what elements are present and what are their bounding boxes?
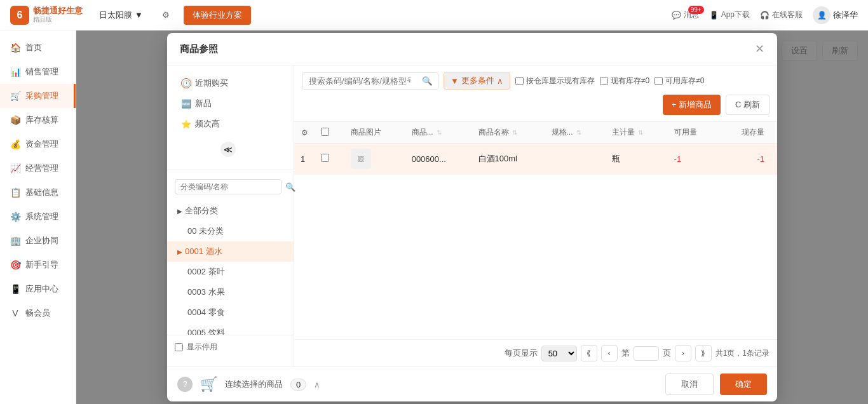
sidebar-item-home[interactable]: 🏠 首页 [0,36,76,60]
warehouse-checkbox[interactable] [515,77,524,85]
sort-icon-unit: ⇅ [638,129,643,136]
available-checkbox[interactable] [600,77,608,85]
sidebar-item-app-center[interactable]: 📱 应用中心 [0,277,76,301]
category-list: ▶ 全部分类 00 未分类 ▶ 0001 酒水 0002 茶 [167,198,294,335]
table-body: 1 🖼 000600... 白酒100ml [294,144,777,175]
confirm-button[interactable]: 确定 [720,374,767,395]
sidebar-label-inventory: 库存核算 [25,114,58,126]
help-icon-button[interactable]: ? [177,377,193,392]
sidebar-item-system[interactable]: ⚙️ 系统管理 [0,205,76,229]
col-unit[interactable]: 主计量 ⇅ [606,122,668,144]
cell-spec [545,144,606,175]
sort-icon-name: ⇅ [512,129,517,136]
page-first-button[interactable]: ⟪ [581,345,597,361]
usable-checkbox-group: 可用库存≠0 [654,76,704,86]
cell-available: -1 [668,144,718,175]
usable-checkbox[interactable] [654,77,663,85]
brand-sub: 精品版 [33,15,83,24]
category-search-row: 🔍 [167,175,294,198]
headset-icon: 🎧 [760,11,770,20]
sidebar-item-basic[interactable]: 📋 基础信息 [0,180,76,205]
product-search-input[interactable] [302,73,417,89]
user-area[interactable]: 👤 徐泽华 [813,6,858,24]
category-item-all[interactable]: ▶ 全部分类 [167,201,294,221]
category-item-0002[interactable]: 0002 茶叶 [167,262,294,282]
cell-image: 🖼 [344,144,405,175]
col-spec[interactable]: 规格... ⇅ [545,122,606,144]
footer-buttons: 取消 确定 [665,374,767,395]
sidebar-item-sales[interactable]: 📊 销售管理 [0,60,76,84]
category-item-0005[interactable]: 0005 饮料 [167,323,294,335]
sidebar-item-enterprise[interactable]: 🏢 企业协同 [0,229,76,253]
cell-index: 1 [294,144,315,175]
store-name: 日太阳膜 [99,10,132,21]
quick-item-new[interactable]: 🆕 新品 [175,93,286,114]
category-item-0004[interactable]: 0004 零食 [167,302,294,323]
app-download-button[interactable]: 📱 App下载 [709,10,750,20]
page-next-button[interactable]: › [675,345,691,361]
table-row[interactable]: 1 🖼 000600... 白酒100ml [294,144,777,175]
sort-icon-code: ⇅ [437,129,442,136]
sidebar-item-inventory[interactable]: 📦 库存核算 [0,108,76,132]
sidebar-item-finance[interactable]: 💰 资金管理 [0,132,76,156]
store-selector[interactable]: 日太阳膜 ▼ [94,7,148,24]
cell-checkbox [315,144,344,175]
category-search-input[interactable] [175,179,281,194]
sidebar-item-operation[interactable]: 📈 经营管理 [0,156,76,180]
collapse-left-button[interactable]: ≪ [220,142,236,157]
filter-up-icon: ∧ [497,76,503,86]
arrow-icon: ▶ [177,208,182,215]
sidebar-label-sales: 销售管理 [25,66,58,77]
star-icon: ⭐ [181,119,191,129]
category-item-0003[interactable]: 0003 水果 [167,282,294,302]
topbar-right: 💬 消息 99+ 📱 App下载 🎧 在线客服 👤 徐泽华 [672,6,858,24]
collapse-footer-button[interactable]: ∧ [314,380,320,389]
main-layout: 🏠 首页 📊 销售管理 🛒 采购管理 📦 库存核算 💰 资金管理 📈 经营管理 … [0,30,868,404]
page-last-button[interactable]: ⟫ [695,345,712,361]
page-number-input[interactable]: 1 [634,346,659,361]
search-button[interactable]: 🔍 [417,73,438,89]
guide-icon: 🎯 [10,260,20,270]
modal-left-panel: 🕐 近期购买 🆕 新品 ⭐ 频次高 [167,65,294,367]
quick-item-recent[interactable]: 🕐 近期购买 [175,73,286,93]
sidebar-item-member[interactable]: V 畅会员 [0,301,76,325]
filter-button[interactable]: ▼ 更多条件 ∧ [444,72,510,90]
app-center-icon: 📱 [10,284,20,294]
refresh-button[interactable]: C 刷新 [726,95,770,115]
modal-title: 商品参照 [180,43,218,55]
sidebar-item-purchase[interactable]: 🛒 采购管理 [0,84,76,108]
online-service-button[interactable]: 🎧 在线客服 [760,10,803,20]
cart-icon-button[interactable]: 🛒 [200,376,217,393]
col-code[interactable]: 商品... ⇅ [405,122,472,144]
category-item-0001[interactable]: ▶ 0001 酒水 [167,241,294,262]
page-prev-button[interactable]: ‹ [601,345,618,361]
sidebar-item-guide[interactable]: 🎯 新手引导 [0,253,76,277]
show-disabled-checkbox[interactable] [175,343,183,351]
cancel-button[interactable]: 取消 [665,374,714,395]
product-table: ⚙ 商品图片 商品... ⇅ 商品名称 [294,122,777,175]
modal-close-button[interactable]: ✕ [755,42,764,56]
avatar: 👤 [813,6,831,24]
quick-item-frequent[interactable]: ⭐ 频次高 [175,114,286,134]
online-service-label: 在线客服 [772,10,803,20]
category-item-00[interactable]: 00 未分类 [167,221,294,241]
new-icon: 🆕 [181,99,191,109]
select-all-checkbox[interactable] [321,128,329,136]
col-image: 商品图片 [344,122,405,144]
page-suffix-label: 页 [663,347,671,359]
trial-button[interactable]: 体验行业方案 [184,6,251,25]
user-name: 徐泽华 [833,10,858,21]
message-icon: 💬 [672,11,681,20]
box-icon: 📦 [10,115,20,125]
divider [167,170,294,170]
add-product-button[interactable]: + 新增商品 [663,95,721,115]
app-download-label: App下载 [721,10,750,20]
page-info-text: 共1页，1条记录 [715,348,770,359]
row-checkbox[interactable] [321,154,329,162]
sort-icon-spec: ⇅ [576,129,581,136]
brand-name: 畅捷通好生意 [33,6,83,16]
settings-button[interactable]: ⚙ [156,5,176,25]
message-button[interactable]: 💬 消息 99+ [672,10,699,20]
col-name[interactable]: 商品名称 ⇅ [472,122,545,144]
per-page-select[interactable]: 10 20 50 100 [541,346,577,361]
